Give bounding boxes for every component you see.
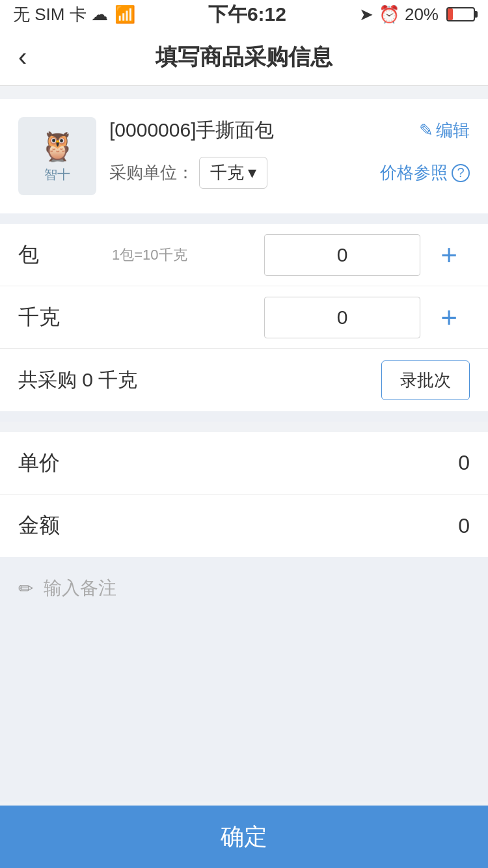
product-owl-icon: 🦉 [40, 129, 75, 163]
nav-bar: ‹ 填写商品采购信息 [0, 29, 488, 86]
input-section: 包 1包=10千克 0 + 千克 0 + [0, 224, 488, 349]
location-icon: ➤ [359, 5, 373, 25]
bao-input-field[interactable]: 0 [264, 234, 420, 276]
kg-plus-button[interactable]: + [428, 297, 470, 338]
unit-select[interactable]: 千克 ▾ [199, 157, 267, 189]
edit-label: 编辑 [436, 119, 470, 142]
edit-icon: ✎ [419, 120, 433, 141]
unit-price-row: 单价 0 [0, 432, 488, 495]
alarm-icon: ⏰ [379, 5, 400, 25]
kg-input-field[interactable]: 0 [264, 297, 420, 338]
unit-price-label: 单价 [18, 449, 60, 478]
product-name-row: [0000006]手撕面包 ✎ 编辑 [109, 117, 470, 144]
bao-label: 包 [18, 241, 109, 269]
status-right: ➤ ⏰ 20% [359, 5, 475, 25]
bao-plus-button[interactable]: + [428, 234, 470, 276]
bao-sublabel: 1包=10千克 [112, 245, 187, 265]
confirm-button[interactable]: 确定 [0, 806, 488, 868]
status-bar: 无 SIM 卡 ☁ 📶 下午6:12 ➤ ⏰ 20% [0, 0, 488, 29]
page-title: 填写商品采购信息 [156, 42, 332, 72]
wifi-icon: 📶 [115, 5, 135, 25]
bao-input-right: 0 + [187, 234, 470, 276]
status-left: 无 SIM 卡 ☁ 📶 [13, 3, 135, 26]
section-divider-2 [0, 411, 488, 422]
unit-price-value: 0 [458, 451, 470, 475]
summary-row: 共采购 0 千克 录批次 [0, 349, 488, 411]
product-name: [0000006]手撕面包 [109, 117, 274, 144]
remarks-placeholder: 输入备注 [44, 576, 116, 601]
back-button[interactable]: ‹ [18, 42, 27, 72]
help-icon: ? [452, 164, 470, 182]
kg-input-right: 0 + [109, 297, 470, 338]
kg-input-row: 千克 0 + [0, 286, 488, 349]
edit-button[interactable]: ✎ 编辑 [419, 119, 470, 142]
unit-value: 千克 [210, 161, 244, 184]
amount-label: 金额 [18, 511, 60, 540]
amount-value: 0 [458, 514, 470, 538]
pencil-icon: ✏ [18, 578, 33, 599]
dropdown-icon: ▾ [248, 163, 256, 183]
content-area [0, 619, 488, 802]
bao-input-row: 包 1包=10千克 0 + [0, 224, 488, 286]
price-ref-button[interactable]: 价格参照 ? [380, 161, 470, 184]
product-info: [0000006]手撕面包 ✎ 编辑 采购单位： 千克 ▾ 价格参照 ? [109, 117, 470, 189]
battery-pct: 20% [405, 5, 439, 25]
sim-status: 无 SIM 卡 ☁ [13, 3, 108, 26]
unit-label: 采购单位： [109, 161, 194, 184]
remarks-section[interactable]: ✏ 输入备注 [0, 557, 488, 619]
product-section: 🦉 智十 [0000006]手撕面包 ✎ 编辑 采购单位： 千克 ▾ 价格参照 … [0, 99, 488, 213]
battery-icon [446, 7, 475, 21]
product-image-label: 智十 [44, 166, 70, 183]
record-batch-button[interactable]: 录批次 [381, 360, 470, 400]
price-section: 单价 0 金额 0 [0, 432, 488, 557]
kg-label: 千克 [18, 303, 109, 332]
summary-text: 共采购 0 千克 [18, 367, 137, 394]
status-time: 下午6:12 [208, 1, 286, 28]
amount-row: 金额 0 [0, 495, 488, 557]
price-ref-label: 价格参照 [380, 161, 448, 184]
product-image: 🦉 智十 [18, 117, 96, 195]
unit-row: 采购单位： 千克 ▾ 价格参照 ? [109, 157, 470, 189]
section-divider-1 [0, 213, 488, 224]
